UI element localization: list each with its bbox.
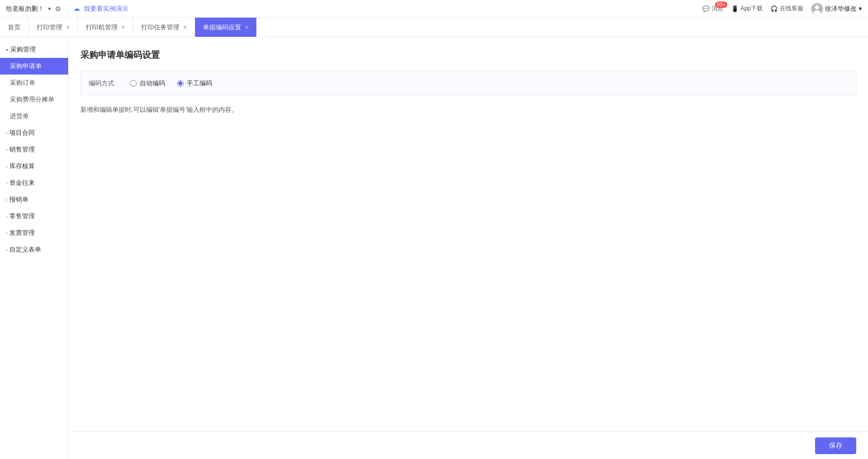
save-button[interactable]: 保存 <box>815 437 856 454</box>
sidebar-group-sales-label: 销售管理 <box>9 145 35 154</box>
user-name: 徐泽华修改 <box>825 4 857 13</box>
sidebar-group-inventory-label: 库存核算 <box>9 162 35 171</box>
arrow-right-icon-3: › <box>6 164 7 169</box>
sidebar-group-purchase-mgmt-title[interactable]: ▾ 采购管理 <box>0 41 68 58</box>
top-bar-title: 给老板勿删！ <box>6 4 44 13</box>
arrow-right-icon-2: › <box>6 147 7 153</box>
sidebar-group-capital: › 资金往来 <box>0 175 68 191</box>
settings-icon[interactable]: ⚙ <box>55 5 61 13</box>
sidebar-item-purchase-request[interactable]: 采购申请单 <box>0 58 68 75</box>
sidebar-group-purchase-label: 采购管理 <box>10 45 36 54</box>
online-service-button[interactable]: 🎧 在线客服 <box>770 4 803 13</box>
sidebar-item-purchase-request-label: 采购申请单 <box>10 62 42 70</box>
auto-code-radio[interactable] <box>130 80 137 87</box>
app-download-button[interactable]: 📱 App下载 <box>731 4 763 13</box>
online-service-label: 在线客服 <box>780 4 803 13</box>
sidebar-group-retail-title[interactable]: › 零售管理 <box>0 208 68 225</box>
tab-print-task-mgmt-close[interactable]: × <box>183 24 187 31</box>
sidebar-group-project-contract-title[interactable]: › 项目合同 <box>0 125 68 141</box>
auto-code-option[interactable]: 自动编码 <box>130 79 165 88</box>
message-badge: 99+ <box>715 1 727 8</box>
encoding-label: 编码方式 <box>89 79 118 88</box>
info-text: 新增和编辑单据时,可以编辑'单据编号'输入框中的内容。 <box>80 104 856 115</box>
sidebar-group-project-label: 项目合同 <box>9 128 35 137</box>
tab-print-mgmt-close[interactable]: × <box>66 24 70 31</box>
top-bar: 给老板勿删！ ▾ ⚙ ☁ 我要看实例演示 💬 消息 99+ 📱 App下载 🎧 … <box>0 0 868 18</box>
user-dropdown-icon: ▾ <box>859 5 862 12</box>
tab-print-task-mgmt[interactable]: 打印任务管理 × <box>133 18 195 37</box>
arrow-right-icon-1: › <box>6 130 7 136</box>
tab-single-code-label: 单据编码设置 <box>203 23 241 32</box>
tab-print-mgmt-label: 打印管理 <box>37 23 62 32</box>
sidebar-group-inventory: › 库存核算 <box>0 158 68 175</box>
top-bar-left: 给老板勿删！ ▾ ⚙ ☁ 我要看实例演示 <box>6 4 128 13</box>
demo-link[interactable]: 我要看实例演示 <box>84 4 128 13</box>
sidebar-group-custom-forms-title[interactable]: › 自定义表单 <box>0 241 68 258</box>
content-footer: 保存 <box>69 432 868 459</box>
sidebar-item-purchase-expense-label: 采购费用分摊单 <box>10 96 54 103</box>
sidebar-group-retail: › 零售管理 <box>0 208 68 225</box>
manual-code-label: 手工编码 <box>187 79 212 88</box>
divider <box>67 5 68 13</box>
sidebar-group-project-contract: › 项目合同 <box>0 125 68 141</box>
sidebar-group-returns-title[interactable]: › 报销单 <box>0 191 68 208</box>
arrow-right-icon-6: › <box>6 214 7 219</box>
auto-code-label: 自动编码 <box>140 79 165 88</box>
avatar <box>811 3 823 15</box>
tab-print-task-mgmt-label: 打印任务管理 <box>141 23 179 32</box>
content-area: 采购申请单编码设置 编码方式 自动编码 手工编码 新增和编辑单据时,可以编辑'单… <box>69 37 868 459</box>
manual-code-radio[interactable] <box>177 80 184 87</box>
sidebar-group-custom-forms-label: 自定义表单 <box>9 245 41 254</box>
tab-printer-mgmt-close[interactable]: × <box>122 24 125 31</box>
sidebar-group-custom-forms: › 自定义表单 <box>0 241 68 258</box>
tab-home[interactable]: 首页 <box>0 18 29 37</box>
sidebar-group-sales: › 销售管理 <box>0 141 68 158</box>
tab-single-code-settings[interactable]: 单据编码设置 × <box>195 18 257 37</box>
sidebar-group-purchase-mgmt: ▾ 采购管理 采购申请单 采购订单 采购费用分摊单 进货单 <box>0 41 68 125</box>
sidebar-group-capital-title[interactable]: › 资金往来 <box>0 175 68 191</box>
sidebar-group-inventory-title[interactable]: › 库存核算 <box>0 158 68 175</box>
top-bar-right: 💬 消息 99+ 📱 App下载 🎧 在线客服 徐泽华修改 ▾ <box>702 3 862 15</box>
sidebar-item-purchase-expense[interactable]: 采购费用分摊单 <box>0 91 68 108</box>
dropdown-icon[interactable]: ▾ <box>48 5 51 12</box>
sidebar-group-capital-label: 资金往来 <box>9 178 35 187</box>
arrow-right-icon-8: › <box>6 247 7 253</box>
sidebar-item-purchase-order-label: 采购订单 <box>10 79 35 86</box>
manual-code-option[interactable]: 手工编码 <box>177 79 212 88</box>
sidebar-group-returns: › 报销单 <box>0 191 68 208</box>
page-title: 采购申请单编码设置 <box>80 49 856 61</box>
sidebar-item-purchase-receipt[interactable]: 进货单 <box>0 108 68 125</box>
message-button[interactable]: 💬 消息 99+ <box>702 4 723 13</box>
tab-bar: 首页 打印管理 × 打印机管理 × 打印任务管理 × 单据编码设置 × × <box>0 18 868 37</box>
sidebar-group-invoice-title[interactable]: › 发票管理 <box>0 225 68 241</box>
tab-single-code-close[interactable]: × <box>245 24 248 31</box>
sidebar-group-invoice-label: 发票管理 <box>9 229 35 237</box>
sidebar-item-purchase-receipt-label: 进货单 <box>10 112 29 120</box>
tab-home-label: 首页 <box>8 23 21 32</box>
app-download-icon: 📱 <box>731 5 739 12</box>
main-layout: ▾ 采购管理 采购申请单 采购订单 采购费用分摊单 进货单 › 项目合同 <box>0 37 868 459</box>
encoding-row: 编码方式 自动编码 手工编码 <box>89 79 848 88</box>
arrow-right-icon-7: › <box>6 230 7 236</box>
sidebar: ▾ 采购管理 采购申请单 采购订单 采购费用分摊单 进货单 › 项目合同 <box>0 37 69 459</box>
arrow-right-icon-5: › <box>6 197 7 203</box>
svg-point-1 <box>815 5 819 9</box>
sidebar-group-returns-label: 报销单 <box>9 195 28 204</box>
message-icon: 💬 <box>702 5 710 12</box>
arrow-down-icon: ▾ <box>6 47 8 52</box>
sidebar-group-sales-title[interactable]: › 销售管理 <box>0 141 68 158</box>
sidebar-group-retail-label: 零售管理 <box>9 212 35 221</box>
arrow-right-icon-4: › <box>6 180 7 186</box>
user-menu[interactable]: 徐泽华修改 ▾ <box>811 3 862 15</box>
encoding-section: 编码方式 自动编码 手工编码 <box>80 71 856 96</box>
sidebar-group-invoice: › 发票管理 <box>0 225 68 241</box>
sidebar-item-purchase-order[interactable]: 采购订单 <box>0 75 68 91</box>
tab-printer-mgmt[interactable]: 打印机管理 × <box>78 18 133 37</box>
headset-icon: 🎧 <box>770 5 778 12</box>
content-body: 采购申请单编码设置 编码方式 自动编码 手工编码 新增和编辑单据时,可以编辑'单… <box>69 37 868 459</box>
tab-print-mgmt[interactable]: 打印管理 × <box>29 18 78 37</box>
tab-printer-mgmt-label: 打印机管理 <box>86 23 118 32</box>
demo-icon: ☁ <box>74 5 80 12</box>
app-download-label: App下载 <box>741 4 763 13</box>
